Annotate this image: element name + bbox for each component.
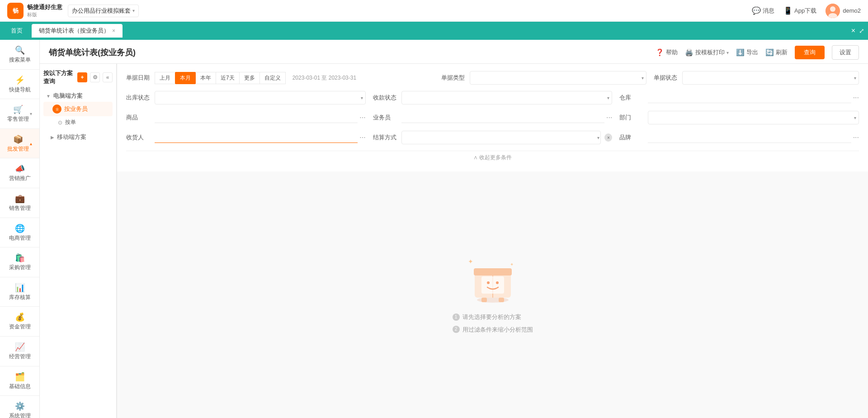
sidebar-item-basic[interactable]: 🗂️ 基础信息 (0, 366, 39, 396)
header-right: 💬 消息 📱 App下载 demo2 (752, 4, 861, 18)
tab-bar-right: × ⤢ (851, 27, 864, 35)
tree-section-desktop-title[interactable]: ▼ 电脑端方案 (43, 90, 113, 102)
sidebar-item-quick-nav[interactable]: ⚡ 快捷导航 (0, 70, 39, 100)
sidebar-item-marketing[interactable]: 📣 营销推广 (0, 158, 39, 188)
salesperson-dots-icon[interactable]: ··· (606, 114, 612, 122)
goods-dots-icon[interactable]: ··· (359, 114, 365, 122)
filter-panel: 单据日期 上月 本月 本年 近7天 更多 自定义 2023-03-01 至 20… (117, 64, 868, 171)
sidebar-item-purchase[interactable]: 🛍️ 采购管理 (0, 247, 39, 277)
tab-home[interactable]: 首页 (4, 24, 30, 38)
message-button[interactable]: 💬 消息 (752, 6, 774, 15)
help-icon: ❓ (656, 48, 664, 57)
print-icon: 🖨️ (685, 48, 693, 57)
empty-tips: 1 请先选择要分析的方案 2 用过滤条件来缩小分析范围 (453, 312, 533, 335)
salesperson-input[interactable] (401, 112, 604, 123)
message-icon: 💬 (752, 6, 761, 15)
sidebar-item-search[interactable]: 🔍 搜索菜单 (0, 40, 39, 70)
tree-item-order[interactable]: ⊙ 按单 (43, 116, 113, 128)
filter-receiver-item: 收货人 ··· (126, 132, 366, 143)
goods-label: 商品 (126, 114, 151, 122)
doc-status-dropdown[interactable] (682, 71, 859, 85)
sidebar-item-ecom[interactable]: 🌐 电商管理 (0, 218, 39, 248)
app-download-button[interactable]: 📱 App下载 (783, 6, 816, 15)
sidebar-item-sales[interactable]: 💼 销售管理 (0, 188, 39, 218)
filter-doc-status-item: 单据状态 ▾ (654, 71, 859, 85)
left-panel: 按以下方案查询 + ⚙ « ▼ 电脑端方案 业 (40, 64, 117, 418)
ops-icon: 📈 (2, 342, 38, 352)
sidebar-item-inventory[interactable]: 📊 库存核算 (0, 277, 39, 307)
date-btn-more[interactable]: 更多 (239, 72, 260, 84)
purchase-icon: 🛍️ (2, 253, 38, 263)
doc-type-dropdown[interactable] (470, 71, 646, 85)
warehouse-dots-icon[interactable]: ··· (853, 94, 859, 102)
basic-icon: 🗂️ (2, 372, 38, 382)
sidebar-item-retail[interactable]: 🛒 零售管理 ▾ (0, 99, 39, 129)
tree-section-desktop: ▼ 电脑端方案 业 按业务员 ⊙ 按单 (43, 90, 113, 128)
out-status-control: ▾ (155, 91, 366, 104)
edit-scheme-button[interactable]: ⚙ (90, 72, 100, 82)
department-label: 部门 (619, 114, 644, 122)
tree-section-mobile-title[interactable]: ▶ 移动端方案 (43, 131, 113, 143)
receiver-dots-icon[interactable]: ··· (359, 133, 365, 142)
sidebar-item-ops[interactable]: 📈 经营管理 (0, 337, 39, 366)
left-panel-icons: + ⚙ « (77, 72, 113, 82)
tab-close-icon[interactable]: × (112, 28, 115, 34)
salesperson-scheme-icon: 业 (52, 104, 61, 114)
refresh-button[interactable]: 🔄 刷新 (765, 48, 788, 57)
sidebar-item-finance[interactable]: 💰 资金管理 (0, 307, 39, 337)
finance-icon: 💰 (2, 312, 38, 322)
date-btn-this-year[interactable]: 本年 (195, 72, 216, 84)
query-button[interactable]: 查询 (795, 46, 825, 59)
export-button[interactable]: ⬇️ 导出 (736, 48, 758, 57)
out-status-dropdown[interactable] (155, 91, 366, 104)
help-button[interactable]: ❓ 帮助 (656, 48, 678, 57)
window-close-icon[interactable]: × (851, 27, 855, 35)
settlement-clear-button[interactable]: × (604, 133, 612, 142)
sub-item-icon: ⊙ (58, 119, 62, 126)
date-btn-custom[interactable]: 自定义 (259, 72, 286, 84)
filter-row-2: 出库状态 ▾ 收款状态 (126, 91, 859, 104)
add-scheme-button[interactable]: + (77, 72, 87, 82)
receiver-input[interactable] (155, 132, 358, 143)
empty-state-area: ✦ ✦ 1 请先选择要分析的方 (117, 171, 868, 418)
logo-area[interactable]: 畅 畅捷通好生意 标版 (7, 3, 62, 19)
settlement-dropdown[interactable] (401, 131, 601, 144)
workspace-selector[interactable]: 办公用品行业模拟账套 ▾ (68, 5, 139, 17)
date-btn-7days[interactable]: 近7天 (216, 72, 240, 84)
date-btn-last-month[interactable]: 上月 (155, 72, 175, 84)
logo-icon: 畅 (7, 3, 24, 19)
retail-icon: 🛒 (13, 104, 23, 114)
filter-settlement-item: 结算方式 × ▾ (373, 131, 613, 144)
avatar (826, 4, 840, 18)
collapse-panel-button[interactable]: « (103, 72, 113, 82)
sidebar-item-wholesale[interactable]: 📦 批发管理 ▴ (0, 129, 39, 159)
sidebar-item-system[interactable]: ⚙️ 系统管理 (0, 396, 39, 418)
main-layout: 🔍 搜索菜单 ⚡ 快捷导航 🛒 零售管理 ▾ 📦 批发管理 ▴ 📣 营销推广 (0, 40, 868, 418)
goods-input[interactable] (155, 112, 358, 123)
inventory-icon: 📊 (2, 283, 38, 293)
brand-dots-icon[interactable]: ··· (853, 133, 859, 142)
warehouse-input[interactable] (648, 92, 851, 103)
svg-rect-6 (481, 276, 504, 294)
template-print-button[interactable]: 🖨️ 按模板打印 ▾ (685, 48, 729, 57)
empty-illustration: ✦ ✦ (466, 255, 520, 304)
filter-salesperson-item: 业务员 ··· (373, 112, 613, 123)
tab-active[interactable]: 销货单统计表（按业务员） × (32, 24, 123, 38)
date-btn-this-month[interactable]: 本月 (175, 72, 196, 84)
collapse-conditions-button[interactable]: ∧ 收起更多条件 (126, 151, 859, 164)
user-menu[interactable]: demo2 (826, 4, 861, 18)
window-expand-icon[interactable]: ⤢ (859, 27, 864, 34)
search-icon: 🔍 (2, 45, 38, 55)
department-dropdown[interactable] (648, 111, 859, 124)
tab-bar: 首页 销货单统计表（按业务员） × × ⤢ (0, 22, 868, 40)
filter-row-3: 商品 ··· 业务员 ··· (126, 111, 859, 124)
mobile-icon: 📱 (783, 6, 793, 15)
warehouse-label: 仓库 (619, 94, 644, 102)
receipt-status-dropdown[interactable] (401, 91, 613, 104)
setting-button[interactable]: 设置 (832, 45, 859, 60)
salesperson-label: 业务员 (373, 114, 398, 122)
brand-input[interactable] (648, 132, 851, 143)
tree-item-salesperson[interactable]: 业 按业务员 (43, 102, 113, 116)
tree-collapsed-icon: ▶ (51, 135, 54, 140)
brand-label: 品牌 (619, 133, 644, 142)
